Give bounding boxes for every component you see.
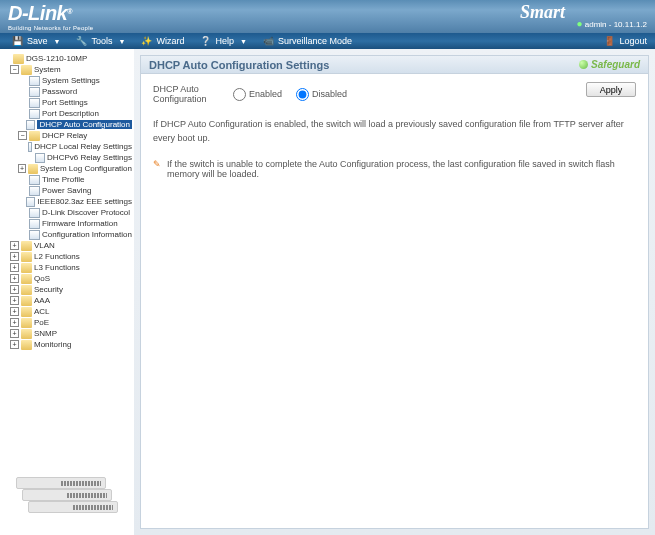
pencil-icon: ✎: [153, 159, 161, 179]
device-icon: [13, 54, 24, 64]
doc-icon: [29, 175, 40, 185]
main-layout: DGS-1210-10MP −System System Settings Pa…: [0, 49, 655, 535]
menu-help[interactable]: ❔Help▼: [192, 36, 254, 47]
tree-qos[interactable]: +QoS: [2, 273, 132, 284]
tree-dhcp-auto[interactable]: DHCP Auto Configuration: [2, 119, 132, 130]
content-area: DHCP Auto Configuration Settings Safegua…: [134, 49, 655, 535]
doc-icon: [29, 219, 40, 229]
expand-icon[interactable]: +: [10, 340, 19, 349]
doc-icon: [29, 76, 40, 86]
tree-firmware-info[interactable]: Firmware Information: [2, 218, 132, 229]
tree-password[interactable]: Password: [2, 86, 132, 97]
folder-icon: [21, 65, 32, 75]
tree-system-settings[interactable]: System Settings: [2, 75, 132, 86]
menu-surveillance[interactable]: 📹Surveillance Mode: [255, 36, 360, 47]
menubar: 💾Save▼ 🔧Tools▼ ✨Wizard ❔Help▼ 📹Surveilla…: [0, 33, 655, 49]
note-text-1: If DHCP Auto Configuration is enabled, t…: [153, 118, 636, 145]
tree-syslog[interactable]: +System Log Configuration: [2, 163, 132, 174]
folder-icon: [21, 340, 32, 350]
tree-acl[interactable]: +ACL: [2, 306, 132, 317]
doc-icon: [29, 98, 40, 108]
doc-icon: [26, 197, 35, 207]
tree-root[interactable]: DGS-1210-10MP: [2, 53, 132, 64]
tree-monitoring[interactable]: +Monitoring: [2, 339, 132, 350]
folder-icon: [21, 241, 32, 251]
tree-dhcpv6-relay[interactable]: DHCPv6 Relay Settings: [2, 152, 132, 163]
form-label: DHCP Auto Configuration: [153, 84, 233, 104]
wizard-icon: ✨: [141, 36, 152, 47]
nav-tree: DGS-1210-10MP −System System Settings Pa…: [2, 53, 132, 350]
note-text-2: If the switch is unable to complete the …: [167, 159, 636, 179]
tree-config-info[interactable]: Configuration Information: [2, 229, 132, 240]
folder-icon: [21, 274, 32, 284]
panel-header: DHCP Auto Configuration Settings Safegua…: [141, 56, 648, 74]
expand-icon[interactable]: +: [10, 285, 19, 294]
tree-security[interactable]: +Security: [2, 284, 132, 295]
folder-icon: [28, 164, 38, 174]
admin-label: admin - 10.11.1.2: [585, 20, 647, 29]
doc-icon: [35, 153, 45, 163]
doc-icon: [29, 87, 40, 97]
collapse-icon[interactable]: −: [10, 65, 19, 74]
tree-dhcp-local-relay[interactable]: DHCP Local Relay Settings: [2, 141, 132, 152]
tools-icon: 🔧: [76, 36, 87, 47]
brand-tagline: Building Networks for People: [8, 25, 93, 31]
tree-vlan[interactable]: +VLAN: [2, 240, 132, 251]
tree-poe[interactable]: +PoE: [2, 317, 132, 328]
safeguard-badge: Safeguard: [579, 59, 640, 70]
smart-logo: Smart: [520, 2, 565, 23]
tree-snmp[interactable]: +SNMP: [2, 328, 132, 339]
folder-icon: [21, 307, 32, 317]
expand-icon[interactable]: +: [10, 307, 19, 316]
expand-icon[interactable]: +: [10, 296, 19, 305]
radio-disabled-input[interactable]: [296, 88, 309, 101]
menu-wizard[interactable]: ✨Wizard: [133, 36, 192, 47]
expand-icon[interactable]: +: [10, 318, 19, 327]
folder-icon: [21, 318, 32, 328]
radio-disabled[interactable]: Disabled: [296, 88, 347, 101]
tree-time-profile[interactable]: Time Profile: [2, 174, 132, 185]
radio-enabled-input[interactable]: [233, 88, 246, 101]
sidebar: DGS-1210-10MP −System System Settings Pa…: [0, 49, 134, 535]
device-image: [10, 469, 120, 529]
safeguard-icon: [579, 60, 588, 69]
tree-dlink-discover[interactable]: D-Link Discover Protocol: [2, 207, 132, 218]
expand-icon[interactable]: +: [10, 329, 19, 338]
tree-ieee8023az[interactable]: IEEE802.3az EEE settings: [2, 196, 132, 207]
radio-enabled[interactable]: Enabled: [233, 88, 282, 101]
expand-icon[interactable]: +: [10, 263, 19, 272]
tree-aaa[interactable]: +AAA: [2, 295, 132, 306]
admin-info: ● admin - 10.11.1.2: [576, 18, 647, 29]
expand-icon[interactable]: +: [10, 241, 19, 250]
menu-logout[interactable]: 🚪Logout: [604, 36, 651, 47]
doc-icon: [28, 142, 32, 152]
doc-icon: [29, 208, 40, 218]
menu-tools[interactable]: 🔧Tools▼: [68, 36, 133, 47]
tree-l3[interactable]: +L3 Functions: [2, 262, 132, 273]
tree-system[interactable]: −System: [2, 64, 132, 75]
folder-icon: [21, 263, 32, 273]
doc-icon: [29, 230, 40, 240]
tree-power-saving[interactable]: Power Saving: [2, 185, 132, 196]
dhcp-auto-config-row: DHCP Auto Configuration Enabled Disabled: [153, 84, 636, 104]
expand-icon[interactable]: +: [10, 274, 19, 283]
settings-panel: DHCP Auto Configuration Settings Safegua…: [140, 55, 649, 529]
folder-icon: [21, 329, 32, 339]
save-icon: 💾: [12, 36, 23, 47]
tree-port-settings[interactable]: Port Settings: [2, 97, 132, 108]
doc-icon: [29, 186, 40, 196]
tree-port-description[interactable]: Port Description: [2, 108, 132, 119]
logout-icon: 🚪: [604, 36, 615, 47]
help-icon: ❔: [200, 36, 211, 47]
folder-icon: [29, 131, 40, 141]
menu-save[interactable]: 💾Save▼: [4, 36, 68, 47]
folder-icon: [21, 296, 32, 306]
expand-icon[interactable]: +: [10, 252, 19, 261]
expand-icon[interactable]: +: [18, 164, 26, 173]
apply-button[interactable]: Apply: [586, 82, 636, 97]
collapse-icon[interactable]: −: [18, 131, 27, 140]
tree-dhcp-relay[interactable]: −DHCP Relay: [2, 130, 132, 141]
folder-icon: [21, 285, 32, 295]
radio-group: Enabled Disabled: [233, 88, 347, 101]
tree-l2[interactable]: +L2 Functions: [2, 251, 132, 262]
